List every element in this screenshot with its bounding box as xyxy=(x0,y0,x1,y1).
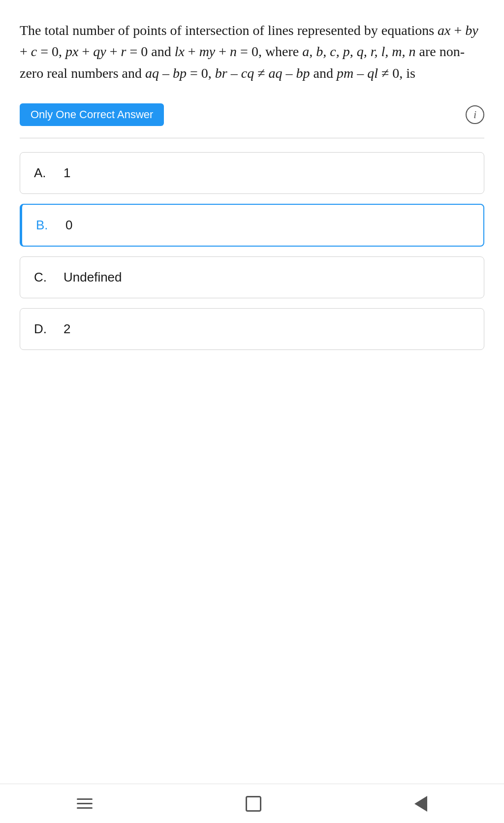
option-b-label: B. xyxy=(36,218,54,233)
home-square-icon xyxy=(246,796,261,812)
hamburger-icon xyxy=(77,798,93,809)
option-a-label: A. xyxy=(34,165,52,181)
equation-by: by xyxy=(465,23,478,38)
option-c-label: C. xyxy=(34,270,52,285)
info-icon[interactable]: i xyxy=(466,105,484,124)
option-d-value: 2 xyxy=(63,321,70,337)
option-a-value: 1 xyxy=(63,165,70,181)
option-b[interactable]: B. 0 xyxy=(20,204,484,247)
option-c[interactable]: C. Undefined xyxy=(20,256,484,298)
option-d[interactable]: D. 2 xyxy=(20,308,484,350)
menu-button[interactable] xyxy=(72,793,97,814)
section-divider xyxy=(20,138,484,138)
option-b-value: 0 xyxy=(65,218,72,233)
equation-1: ax xyxy=(438,23,450,38)
option-c-value: Undefined xyxy=(63,270,122,285)
home-button[interactable] xyxy=(241,791,266,817)
main-content: The total number of points of intersecti… xyxy=(0,0,504,784)
answer-type-badge: Only One Correct Answer xyxy=(20,103,164,126)
option-a[interactable]: A. 1 xyxy=(20,152,484,194)
options-list: A. 1 B. 0 C. Undefined D. 2 xyxy=(20,152,484,350)
option-d-label: D. xyxy=(34,321,52,337)
back-arrow-icon xyxy=(414,796,427,812)
badge-row: Only One Correct Answer i xyxy=(20,103,484,126)
bottom-nav xyxy=(0,784,504,823)
back-button[interactable] xyxy=(410,791,432,817)
question-text: The total number of points of intersecti… xyxy=(20,20,484,84)
